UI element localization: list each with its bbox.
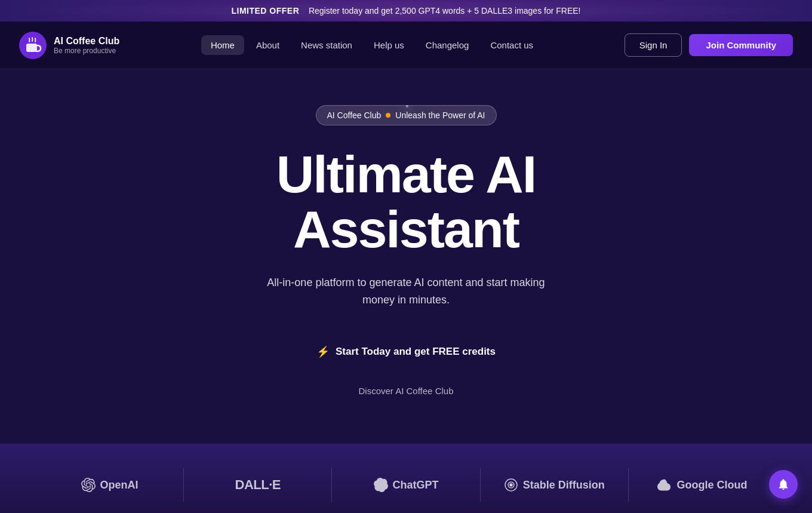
partner-google-cloud: Google Cloud [629, 468, 776, 502]
signin-button[interactable]: Sign In [625, 33, 682, 57]
nav-news[interactable]: News station [291, 35, 362, 55]
nav-links: Home About News station Help us Changelo… [201, 35, 543, 55]
openai-logo: OpenAI [81, 478, 139, 492]
logo-link[interactable]: AI Coffee Club Be more productive [19, 32, 119, 59]
dalle-text: DALL·E [235, 477, 281, 493]
partner-chatgpt: ChatGPT [332, 468, 480, 502]
cta-label: Start Today and get FREE credits [336, 346, 496, 358]
chatgpt-text: ChatGPT [393, 479, 439, 492]
svg-point-4 [510, 484, 512, 486]
logo-title: AI Coffee Club [54, 35, 119, 47]
bell-icon [777, 478, 790, 491]
stable-diffusion-icon [504, 478, 518, 492]
partner-stable-diffusion: Stable Diffusion [481, 468, 629, 502]
cta-button[interactable]: ⚡ Start Today and get FREE credits [291, 334, 521, 369]
nav-help[interactable]: Help us [364, 35, 414, 55]
badge-tagline: Unleash the Power of AI [395, 110, 485, 120]
nav-contact[interactable]: Contact us [481, 35, 543, 55]
nav-about[interactable]: About [247, 35, 289, 55]
google-cloud-icon [657, 478, 672, 492]
hero-title-line2: Assistant [293, 199, 519, 259]
openai-icon [81, 478, 96, 492]
nav-actions: Sign In Join Community [625, 33, 793, 57]
discover-link[interactable]: Discover AI Coffee Club [359, 386, 454, 396]
lightning-icon: ⚡ [316, 345, 330, 358]
hero-badge: AI Coffee Club Unleash the Power of AI [316, 105, 497, 125]
chatgpt-icon [374, 478, 388, 492]
notification-button[interactable] [769, 470, 798, 499]
hero-title-line1: Ultimate AI [276, 145, 536, 204]
badge-brand: AI Coffee Club [327, 110, 382, 120]
announcement-bar: LIMITED OFFER Register today and get 2,5… [0, 0, 812, 21]
logo-icon [19, 32, 47, 59]
hero-section: AI Coffee Club Unleash the Power of AI U… [0, 69, 812, 444]
main-nav: AI Coffee Club Be more productive Home A… [0, 21, 812, 69]
nav-changelog[interactable]: Changelog [416, 35, 479, 55]
partners-section: OpenAI DALL·E ChatGPT Stable Diffusion [0, 444, 812, 513]
openai-text: OpenAI [100, 479, 139, 492]
limited-offer-label: LIMITED OFFER [231, 6, 299, 16]
partner-openai: OpenAI [36, 468, 184, 502]
google-cloud-logo: Google Cloud [657, 478, 747, 492]
join-button[interactable]: Join Community [689, 34, 793, 56]
chatgpt-logo: ChatGPT [374, 478, 439, 492]
hero-subtitle: All-in-one platform to generate AI conte… [251, 274, 561, 309]
hero-title: Ultimate AI Assistant [276, 147, 536, 257]
stable-diffusion-logo: Stable Diffusion [504, 478, 605, 492]
stable-diffusion-text: Stable Diffusion [523, 479, 605, 492]
nav-home[interactable]: Home [201, 35, 244, 55]
logo-subtitle: Be more productive [54, 47, 119, 55]
google-cloud-text: Google Cloud [676, 479, 747, 492]
badge-dot [386, 113, 390, 118]
dalle-logo: DALL·E [235, 477, 281, 493]
svg-rect-1 [26, 44, 37, 52]
announcement-message: Register today and get 2,500 GPT4 words … [309, 6, 581, 16]
partner-dalle: DALL·E [184, 468, 332, 502]
